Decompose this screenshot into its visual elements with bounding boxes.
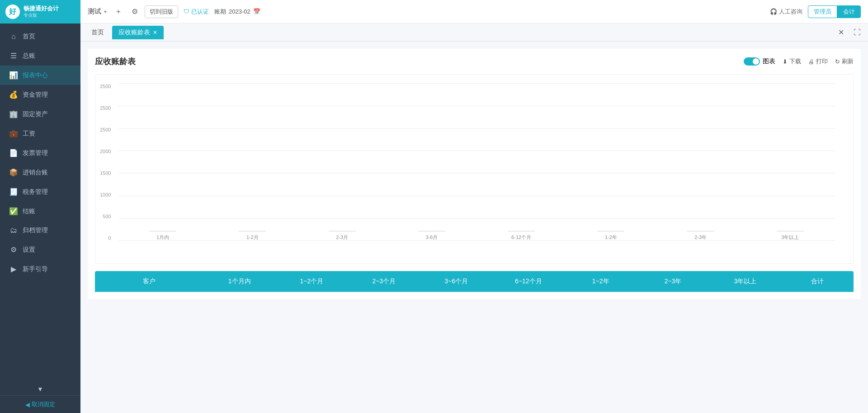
sidebar-item-settle-label: 结账: [23, 207, 35, 216]
sidebar-item-settings[interactable]: ⚙ 设置: [0, 240, 80, 259]
sidebar-item-report-label: 报表中心: [23, 71, 48, 80]
topbar-switch-btn[interactable]: 切到旧版: [145, 5, 178, 18]
print-icon: 🖨: [808, 58, 814, 65]
bar-label-1to2y: 1-2年: [605, 234, 617, 241]
tab-close-icon[interactable]: ✕: [153, 29, 157, 36]
topbar-user-btn[interactable]: 管理员: [808, 5, 837, 18]
tab-ar-aging-label: 应收账龄表: [118, 28, 150, 37]
toggle-thumb: [753, 58, 759, 65]
sidebar-item-fund-label: 资金管理: [23, 91, 48, 99]
toggle-track[interactable]: [744, 57, 760, 66]
sidebar-item-asset[interactable]: 🏢 固定资产: [0, 104, 80, 124]
sidebar-item-sales-label: 进销台账: [23, 169, 48, 177]
th-1to2m: 1~2个月: [276, 277, 348, 286]
refresh-icon: ↻: [835, 58, 840, 65]
logo-edition: 专业版: [24, 12, 59, 19]
topbar-module-name: 测试: [88, 7, 101, 16]
chevron-down-icon: ▾: [104, 9, 107, 15]
settle-icon: ✅: [9, 207, 18, 216]
tabs-close-btn[interactable]: ✕: [835, 26, 847, 39]
y-label-2500a: 2500: [100, 84, 111, 89]
sidebar-item-home[interactable]: ⌂ 首页: [0, 27, 80, 46]
topbar: 测试 ▾ + ⚙ 切到旧版 🛡 已认证 账期 2023-02 📅 🎧 人工咨询 …: [80, 0, 868, 23]
tax-icon: 🧾: [9, 188, 18, 196]
bar-group-1to2y: 1-2年: [597, 231, 624, 241]
sidebar-item-tax[interactable]: 🧾 税务管理: [0, 182, 80, 202]
sidebar-item-settle[interactable]: ✅ 结账: [0, 202, 80, 221]
report-title: 应收账龄表: [95, 56, 136, 67]
bar-label-6to12m: 6-12个月: [511, 234, 531, 241]
topbar-period-label: 账期: [214, 8, 226, 16]
report-icon: 📊: [9, 71, 18, 80]
bar-label-over3y: 3年以上: [781, 234, 799, 241]
bar-3to6m: [418, 231, 445, 231]
print-btn[interactable]: 🖨 打印: [808, 57, 828, 66]
bars-area: 1月内 1-2月 2-3月 3-6月: [118, 84, 835, 241]
tabs-expand-btn[interactable]: ⛶: [851, 26, 863, 39]
sidebar-item-sales[interactable]: 📦 进销台账: [0, 163, 80, 182]
refresh-btn[interactable]: ↻ 刷新: [835, 57, 854, 66]
sidebar-item-home-label: 首页: [23, 33, 35, 41]
bar-label-1to2m: 1-2月: [246, 234, 259, 241]
sidebar-item-invoice[interactable]: 📄 发票管理: [0, 143, 80, 163]
chart-toggle-label: 图表: [763, 57, 775, 66]
tab-ar-aging[interactable]: 应收账龄表 ✕: [112, 26, 164, 39]
bar-group-over3y: 3年以上: [777, 231, 804, 241]
cancel-fixed-icon: ◀: [25, 401, 30, 408]
topbar-gear-btn[interactable]: ⚙: [128, 5, 141, 18]
y-label-500: 500: [103, 214, 111, 219]
y-label-2500b: 2500: [100, 105, 111, 111]
bar-1to2m: [239, 231, 266, 231]
main-area: 测试 ▾ + ⚙ 切到旧版 🛡 已认证 账期 2023-02 📅 🎧 人工咨询 …: [80, 0, 868, 413]
asset-icon: 🏢: [9, 110, 18, 118]
download-label: 下载: [789, 57, 801, 66]
report-header: 应收账龄表 图表 ⬇ 下载 🖨 打印: [95, 56, 854, 67]
topbar-period: 账期 2023-02 📅: [214, 8, 260, 16]
sidebar-item-fund[interactable]: 💰 资金管理: [0, 85, 80, 104]
topbar-plus-btn[interactable]: +: [112, 5, 125, 18]
y-label-0: 0: [108, 235, 111, 241]
settings-icon: ⚙: [9, 245, 18, 254]
sidebar-item-settings-label: 设置: [23, 246, 35, 254]
download-btn[interactable]: ⬇ 下载: [783, 57, 801, 66]
topbar-period-value: 2023-02: [229, 8, 250, 15]
home-icon: ⌂: [9, 33, 18, 41]
sidebar-item-archive-label: 归档管理: [23, 226, 48, 235]
topbar-module[interactable]: 测试 ▾: [88, 7, 107, 16]
bar-group-2to3y: 2-3年: [687, 231, 714, 241]
invoice-icon: 📄: [9, 149, 18, 157]
bar-6to12m: [508, 231, 535, 231]
sidebar-item-ledger[interactable]: ☰ 总账: [0, 46, 80, 66]
sidebar-item-ledger-label: 总账: [23, 52, 35, 60]
th-2to3m: 2~3个月: [348, 277, 420, 286]
calendar-icon[interactable]: 📅: [253, 8, 260, 15]
shield-icon: 🛡: [184, 8, 189, 15]
fund-icon: 💰: [9, 90, 18, 99]
report-page: 应收账龄表 图表 ⬇ 下载 🖨 打印: [88, 49, 861, 299]
chart-toggle[interactable]: 图表: [744, 57, 775, 66]
sidebar-item-wage[interactable]: 💼 工资: [0, 124, 80, 143]
sidebar-item-report[interactable]: 📊 报表中心: [0, 66, 80, 85]
sidebar-item-tax-label: 税务管理: [23, 188, 48, 196]
sidebar-scroll-down[interactable]: ▼: [0, 383, 80, 395]
tabs-bar: 首页 应收账龄表 ✕ ✕ ⛶: [80, 23, 868, 42]
th-3to6m: 3~6个月: [420, 277, 492, 286]
topbar-consult-btn[interactable]: 🎧 人工咨询: [770, 8, 802, 16]
tab-home-label: 首页: [91, 28, 104, 37]
chart-inner: 2500 2500 2500 2000 1500 1000 500 0: [118, 84, 835, 241]
tab-home[interactable]: 首页: [85, 26, 110, 39]
topbar-verified: 🛡 已认证: [184, 8, 209, 16]
ledger-icon: ☰: [9, 52, 18, 60]
topbar-user-btns: 管理员 会计: [808, 5, 861, 18]
sidebar-item-newbie[interactable]: ▶ 新手引导: [0, 259, 80, 279]
bar-group-6to12m: 6-12个月: [508, 231, 535, 241]
content-area: 应收账龄表 图表 ⬇ 下载 🖨 打印: [80, 42, 868, 413]
sidebar-item-wage-label: 工资: [23, 130, 35, 138]
th-2to3y: 2~3年: [637, 277, 709, 286]
logo-name: 畅捷通好会计: [24, 5, 59, 13]
sidebar-item-archive[interactable]: 🗂 归档管理: [0, 221, 80, 240]
th-1m: 1个月内: [203, 277, 276, 286]
topbar-verified-label: 已认证: [191, 8, 209, 16]
sidebar-cancel-fixed-btn[interactable]: ◀ 取消固定: [0, 395, 80, 413]
topbar-role-btn[interactable]: 会计: [837, 5, 861, 18]
